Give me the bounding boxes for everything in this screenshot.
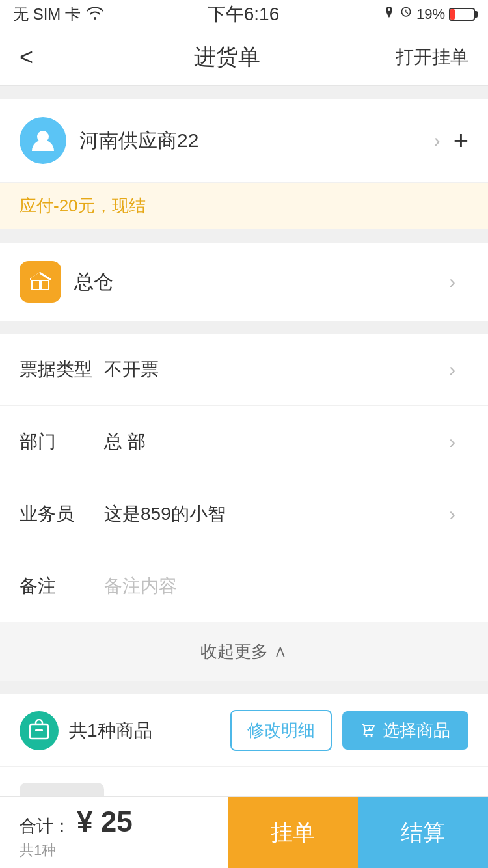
warehouse-row[interactable]: 总仓 › (0, 243, 488, 321)
open-pending-button[interactable]: 打开挂单 (396, 45, 468, 70)
salesperson-row[interactable]: 业务员 这是859的小智 › (0, 478, 488, 550)
ticket-type-value: 不开票 (104, 357, 449, 382)
back-button[interactable]: < (20, 44, 59, 71)
products-icon (20, 711, 59, 750)
department-label: 部门 (20, 429, 104, 454)
status-bar: 无 SIM 卡 下午6:16 19% (0, 0, 488, 29)
department-value: 总 部 (104, 429, 449, 454)
checkout-button[interactable]: 结算 (358, 797, 488, 868)
location-icon (383, 6, 396, 23)
collapse-row[interactable]: 收起更多 ∧ (0, 622, 488, 681)
svg-rect-2 (35, 729, 43, 731)
salesperson-label: 业务员 (20, 502, 104, 526)
bottom-bar: 合计： ¥ 25 共1种 挂单 结算 (0, 796, 488, 868)
bottom-total: 合计： ¥ 25 共1种 (0, 797, 228, 868)
products-header: 共1种商品 修改明细 选择商品 (0, 681, 488, 766)
ticket-type-row[interactable]: 票据类型 不开票 › (0, 334, 488, 405)
divider-1 (0, 230, 488, 243)
checkout-label: 结算 (401, 818, 445, 848)
remark-label: 备注 (20, 574, 104, 599)
department-row[interactable]: 部门 总 部 › (0, 405, 488, 478)
remark-row[interactable]: 备注 备注内容 (0, 550, 488, 622)
supplier-name: 河南供应商22 (79, 128, 434, 154)
ticket-type-label: 票据类型 (20, 357, 104, 382)
ticket-type-chevron-icon: › (449, 359, 455, 381)
divider-2 (0, 321, 488, 334)
total-amount: ¥ 25 (77, 806, 133, 838)
warehouse-icon (20, 261, 61, 303)
add-button[interactable]: + (454, 128, 468, 154)
svg-rect-1 (30, 724, 48, 739)
edit-detail-button[interactable]: 修改明细 (230, 710, 332, 751)
status-left: 无 SIM 卡 (13, 4, 104, 25)
pending-button[interactable]: 挂单 (228, 797, 358, 868)
status-right: 19% (383, 6, 475, 23)
select-product-label: 选择商品 (383, 719, 450, 742)
products-count: 共1种商品 (69, 718, 230, 743)
battery-icon (449, 8, 475, 21)
form-section: 票据类型 不开票 › 部门 总 部 › 业务员 这是859的小智 › 备注 备注… (0, 334, 488, 622)
status-time: 下午6:16 (208, 2, 280, 27)
pending-label: 挂单 (271, 818, 315, 848)
total-label: 合计： (20, 815, 70, 837)
carrier-label: 无 SIM 卡 (13, 4, 81, 25)
supplier-chevron-icon: › (434, 129, 441, 152)
wifi-icon (86, 5, 104, 23)
notice-bar: 应付-20元，现结 (0, 183, 488, 230)
salesperson-value: 这是859的小智 (104, 502, 449, 526)
content-area: 河南供应商22 › + 应付-20元，现结 总仓 › 票据类型 不开票 › (0, 86, 488, 868)
supplier-section: 河南供应商22 › + 应付-20元，现结 (0, 99, 488, 230)
warehouse-name: 总仓 (74, 269, 449, 295)
nav-bar: < 进货单 打开挂单 (0, 29, 488, 86)
page-title: 进货单 (194, 42, 260, 72)
supplier-row[interactable]: 河南供应商22 › + (0, 99, 488, 183)
collapse-label: 收起更多 ∧ (200, 640, 287, 663)
salesperson-chevron-icon: › (449, 503, 455, 525)
svg-point-4 (371, 735, 373, 737)
svg-point-3 (366, 735, 368, 737)
department-chevron-icon: › (449, 431, 455, 453)
divider-top (0, 86, 488, 99)
total-sub: 共1种 (20, 841, 208, 860)
warehouse-chevron-icon: › (449, 271, 455, 293)
supplier-avatar (20, 117, 66, 164)
remark-input[interactable]: 备注内容 (104, 574, 468, 599)
warehouse-section: 总仓 › (0, 243, 488, 321)
alarm-icon (400, 6, 413, 23)
battery-percent: 19% (416, 6, 445, 23)
cart-icon (360, 722, 377, 739)
select-product-button[interactable]: 选择商品 (342, 711, 468, 750)
total-line: 合计： ¥ 25 (20, 806, 208, 838)
